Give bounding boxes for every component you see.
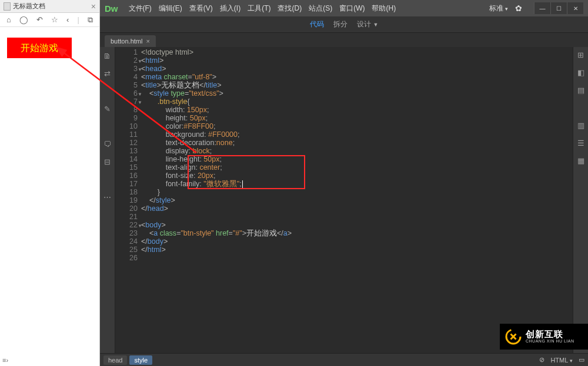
file-tabs: button.html ×: [100, 33, 588, 47]
close-icon[interactable]: ×: [91, 2, 96, 11]
brush-icon[interactable]: ✎: [104, 103, 111, 114]
lang-selector[interactable]: HTML ▾: [550, 357, 573, 364]
watermark-logo: 创新互联 CHUANG XIN HU LIAN: [500, 324, 588, 350]
file-tab[interactable]: button.html ×: [105, 35, 156, 47]
dreamweaver-panel: Dw 文件(F) 编辑(E) 查看(V) 插入(I) 工具(T) 查找(D) 站…: [100, 0, 588, 366]
panel-icon-3[interactable]: ▤: [577, 86, 584, 96]
more-icon[interactable]: ⋯: [103, 192, 111, 202]
arrow-left-icon[interactable]: ‹: [66, 15, 69, 24]
panel-toggle-icon[interactable]: ▭: [579, 356, 584, 364]
line-gutter: 12▼3▼45 6▼7▼8910 11121314151617181920 21…: [115, 48, 141, 262]
preview-button[interactable]: 开始游戏: [7, 38, 72, 58]
close-button[interactable]: ✕: [567, 2, 583, 14]
chevron-down-icon[interactable]: ▼: [373, 22, 379, 28]
gear-icon[interactable]: ✿: [515, 4, 522, 13]
panel-icon-1[interactable]: ⊞: [577, 51, 584, 61]
preview-tab[interactable]: 无标题文档 ×: [0, 0, 99, 13]
menu-window[interactable]: 窗口(W): [339, 4, 365, 14]
document-icon: [4, 2, 11, 11]
code-editor[interactable]: 12▼3▼45 6▼7▼8910 11121314151617181920 21…: [115, 47, 573, 353]
copy-icon[interactable]: ⧉: [88, 15, 93, 25]
menu-file[interactable]: 文件(F): [129, 4, 152, 14]
reload-icon[interactable]: ◯: [19, 15, 28, 24]
watermark-brand: 创新互联: [526, 330, 574, 340]
maximize-button[interactable]: ☐: [550, 2, 567, 14]
collapse-icon[interactable]: ⊟: [104, 156, 111, 167]
comment-icon[interactable]: 🗨: [103, 139, 111, 149]
menu-find[interactable]: 查找(D): [278, 4, 302, 14]
right-toolbar: ⊞ ◧ ▤ ▥ ☰ ▦: [573, 47, 588, 353]
error-icon[interactable]: ⊘: [539, 356, 544, 364]
view-design[interactable]: 设计: [357, 19, 371, 29]
arrows-icon[interactable]: ⇄: [104, 68, 111, 79]
menu-tools[interactable]: 工具(T): [248, 4, 270, 14]
app-logo: Dw: [105, 4, 118, 14]
tab-close-icon[interactable]: ×: [146, 38, 149, 45]
preview-viewport: 开始游戏: [0, 27, 99, 69]
preview-status-bar: ≡›: [2, 357, 8, 364]
file-manager-icon[interactable]: 🗎: [103, 51, 111, 61]
view-split[interactable]: 拆分: [333, 19, 348, 29]
menu-help[interactable]: 帮助(H): [372, 4, 396, 14]
menu-lines-icon[interactable]: ≡›: [2, 357, 8, 364]
menubar: Dw 文件(F) 编辑(E) 查看(V) 插入(I) 工具(T) 查找(D) 站…: [100, 0, 588, 16]
view-switcher: 代码 拆分 设计 ▼: [100, 16, 588, 33]
menu-insert[interactable]: 插入(I): [220, 4, 240, 14]
minimize-button[interactable]: —: [534, 2, 550, 14]
home-icon[interactable]: ⌂: [6, 15, 11, 24]
menu-site[interactable]: 站点(S): [309, 4, 332, 14]
menu-view[interactable]: 查看(V): [189, 4, 213, 14]
panel-icon-2[interactable]: ◧: [577, 68, 584, 79]
file-tab-name: button.html: [111, 38, 142, 45]
preview-tab-title: 无标题文档: [13, 2, 45, 11]
panel-icon-4[interactable]: ▥: [577, 121, 584, 132]
breadcrumb-bar: head style ⊘ HTML ▾ ▭: [100, 353, 588, 366]
back-icon[interactable]: ↶: [36, 15, 43, 24]
panel-icon-5[interactable]: ☰: [577, 139, 584, 149]
star-icon[interactable]: ☆: [51, 15, 58, 24]
menu-edit[interactable]: 编辑(E): [159, 4, 182, 14]
panel-icon-6[interactable]: ▦: [577, 156, 584, 167]
preview-toolbar: ⌂ ◯ ↶ ☆ ‹ | ⧉: [0, 13, 99, 27]
view-code[interactable]: 代码: [310, 19, 324, 29]
code-lines: <!doctype html> <html> <head> <meta char…: [141, 48, 573, 262]
left-toolbar: 🗎 ⇄ ✎ 🗨 ⊟ ⋯: [100, 47, 115, 353]
watermark-sub: CHUANG XIN HU LIAN: [526, 339, 574, 344]
crumb-style[interactable]: style: [129, 355, 152, 365]
crumb-head[interactable]: head: [103, 355, 127, 365]
preview-panel: 无标题文档 × ⌂ ◯ ↶ ☆ ‹ | ⧉ 开始游戏 ≡›: [0, 0, 100, 366]
workspace-selector[interactable]: 标准 ▾: [489, 4, 508, 14]
